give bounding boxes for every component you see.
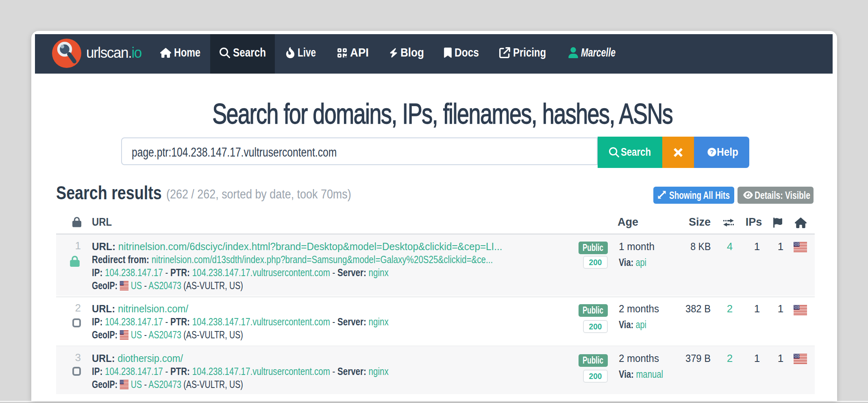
svg-text:?: ? [710,148,714,155]
